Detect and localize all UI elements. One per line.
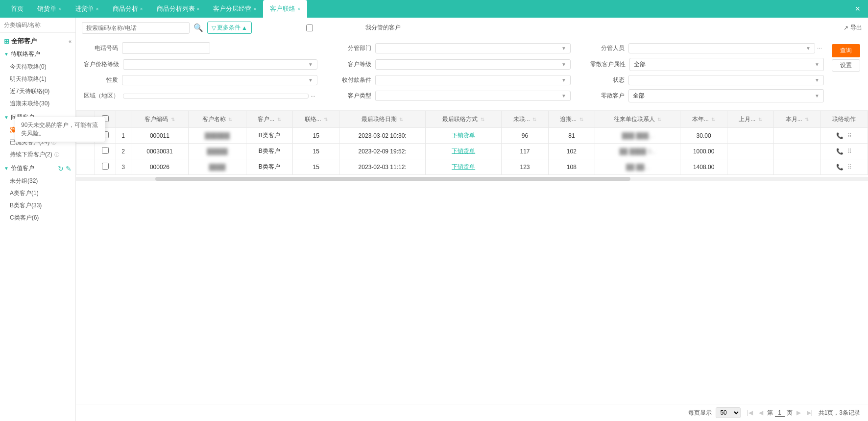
first-page-button[interactable]: |◀	[745, 408, 754, 417]
row-index: 3	[116, 159, 131, 175]
group-value-header[interactable]: ▼ 价值客户 ↻ ✎	[0, 162, 75, 175]
payment-select[interactable]: ▼	[375, 75, 571, 85]
more-action-icon[interactable]: ⠿	[847, 148, 852, 155]
th-uncontacted[interactable]: 未联... ⇅	[502, 111, 548, 128]
th-code[interactable]: 客户编码 ⇅	[131, 111, 188, 128]
th-overdue[interactable]: 逾期... ⇅	[548, 111, 595, 128]
th-unit-contact[interactable]: 往来单位联系人 ⇅	[595, 111, 680, 128]
row-action: 📞 ⠿	[820, 144, 868, 159]
sidebar-search-input[interactable]	[4, 22, 76, 28]
row-overdue: 81	[548, 128, 595, 144]
row-check[interactable]	[102, 147, 109, 154]
sidebar-item-declining[interactable]: 持续下滑客户(2) ⓘ	[0, 149, 75, 161]
sidebar-collapse-icon[interactable]: «	[69, 38, 72, 44]
group-value-customer: ▼ 价值客户 ↻ ✎ 未分组(32) A类客户(1) B类客户(33) C类客户…	[0, 162, 75, 224]
more-action-icon[interactable]: ⠿	[847, 164, 852, 171]
prev-page-button[interactable]: ◀	[757, 408, 765, 417]
main-layout: 🔍 ⊞ 全部客户 « ▼ 待联络客户 今天待联络(0) 明天待联络(1) 近7天…	[0, 18, 868, 421]
th-last-method[interactable]: 最后联络方式 ⇅	[425, 111, 501, 128]
my-managed-checkbox[interactable]	[256, 25, 363, 31]
search-input[interactable]	[82, 22, 190, 34]
settings-button[interactable]: 设置	[832, 59, 860, 72]
phone-action-icon[interactable]: 📞	[836, 148, 844, 155]
nav-customer-contact[interactable]: 客户联络 ×	[263, 0, 307, 18]
row-type: B类客户	[246, 144, 292, 159]
dept-select[interactable]: ▼	[375, 43, 571, 53]
row-contact: 15	[293, 128, 339, 144]
sidebar-item-overdue[interactable]: 逾期未联络(30)	[0, 98, 75, 110]
close-all-button[interactable]: ×	[851, 4, 864, 14]
scatter-attr-select[interactable]: 全部 ▼	[629, 58, 824, 71]
region-dots[interactable]: ···	[309, 93, 317, 99]
sidebar-item-class-c[interactable]: C类客户(6)	[0, 212, 75, 224]
phone-action-icon[interactable]: 📞	[836, 132, 844, 139]
row-overdue: 102	[548, 144, 595, 159]
filter-region: 区域（地区） ···	[84, 92, 317, 100]
filter-person: 分管人员 ▼ ···	[590, 43, 824, 53]
per-page-select[interactable]: 50 20 100	[716, 407, 741, 418]
close-purchase-icon[interactable]: ×	[96, 6, 99, 12]
group-pending-header[interactable]: ▼ 待联络客户	[0, 48, 75, 61]
all-customers-header[interactable]: ⊞ 全部客户 «	[0, 33, 75, 48]
close-analysis-icon[interactable]: ×	[140, 6, 143, 12]
nav-home[interactable]: 首页	[4, 0, 30, 18]
row-uncontacted: 117	[502, 144, 548, 159]
close-customer-contact-icon[interactable]: ×	[297, 6, 300, 12]
sidebar-item-class-a[interactable]: A类客户(1)	[0, 187, 75, 199]
sidebar-item-unclassified[interactable]: 未分组(32)	[0, 175, 75, 187]
content-area: 🔍 ▽ 更多条件 ▲ 我分管的客户 ↗ 导出	[76, 18, 868, 421]
nav-sales[interactable]: 销货单 ×	[30, 0, 68, 18]
nav-analysis[interactable]: 商品分析 ×	[106, 0, 150, 18]
th-this-month[interactable]: 本月... ⇅	[774, 111, 820, 128]
th-this-year[interactable]: 本年... ⇅	[680, 111, 727, 128]
sidebar-item-tomorrow[interactable]: 明天待联络(1)	[0, 73, 75, 85]
more-conditions-button[interactable]: ▽ 更多条件 ▲	[207, 22, 252, 34]
filter-nature: 性质 ▼	[84, 75, 317, 85]
th-last-month[interactable]: 上月... ⇅	[727, 111, 773, 128]
row-last-method[interactable]: 下销货单	[425, 128, 501, 144]
current-page: 1	[775, 409, 785, 417]
nature-select[interactable]: ▼	[122, 75, 317, 85]
customer-type-select[interactable]: ▼	[375, 91, 571, 101]
horizontal-scrollbar[interactable]	[76, 177, 868, 181]
price-level-select[interactable]: ▼	[123, 59, 317, 70]
table-row: 2 00030031 █████ B类客户 15 2023-02-09 19:5…	[76, 144, 868, 159]
nav-analysis-list[interactable]: 商品分析列表 ×	[150, 0, 207, 18]
row-uncontacted: 123	[502, 159, 548, 175]
sidebar-item-7days[interactable]: 近7天待联络(0)	[0, 85, 75, 98]
close-analysis-list-icon[interactable]: ×	[197, 6, 200, 12]
scroll-thumb	[155, 177, 630, 181]
th-contact[interactable]: 联络... ⇅	[293, 111, 339, 128]
edit-icon[interactable]: ✎	[66, 165, 72, 173]
more-action-icon[interactable]: ⠿	[847, 132, 852, 139]
status-select[interactable]: ▼	[628, 75, 824, 85]
th-action: 联络动作	[820, 111, 868, 128]
row-last-method[interactable]: 下销货单	[425, 144, 501, 159]
last-page-button[interactable]: ▶|	[805, 408, 815, 417]
customer-level-select[interactable]: ▼	[375, 59, 571, 70]
region-select[interactable]	[123, 94, 309, 99]
search-button[interactable]: 🔍	[193, 23, 203, 32]
refresh-icon[interactable]: ↻	[58, 165, 64, 173]
th-type[interactable]: 客户... ⇅	[246, 111, 292, 128]
close-customer-layer-icon[interactable]: ×	[253, 6, 256, 12]
nav-purchase[interactable]: 进货单 ×	[68, 0, 106, 18]
sidebar-item-today[interactable]: 今天待联络(0)	[0, 61, 75, 73]
phone-input[interactable]	[122, 42, 210, 54]
person-dots[interactable]: ···	[815, 45, 824, 51]
filter-icon: ▽	[212, 25, 216, 31]
sidebar-item-class-b[interactable]: B类客户(33)	[0, 199, 75, 212]
next-page-button[interactable]: ▶	[795, 408, 803, 417]
close-sales-icon[interactable]: ×	[58, 6, 61, 12]
th-last-date[interactable]: 最后联络日期 ⇅	[339, 111, 426, 128]
nav-customer-layer[interactable]: 客户分层经营 ×	[206, 0, 263, 18]
person-select[interactable]: ▼	[628, 43, 815, 53]
row-check[interactable]	[102, 163, 109, 170]
table-row: 1 000011 ██████ B类客户 15 2023-03-02 10:30…	[76, 128, 868, 144]
scatter-customer-select[interactable]: 全部 ▼	[628, 89, 824, 102]
export-button[interactable]: ↗ 导出	[844, 24, 862, 32]
row-last-method[interactable]: 下销货单	[425, 159, 501, 175]
query-button[interactable]: 查询	[832, 44, 860, 57]
th-name[interactable]: 客户名称 ⇅	[189, 111, 246, 128]
phone-action-icon[interactable]: 📞	[836, 164, 844, 171]
